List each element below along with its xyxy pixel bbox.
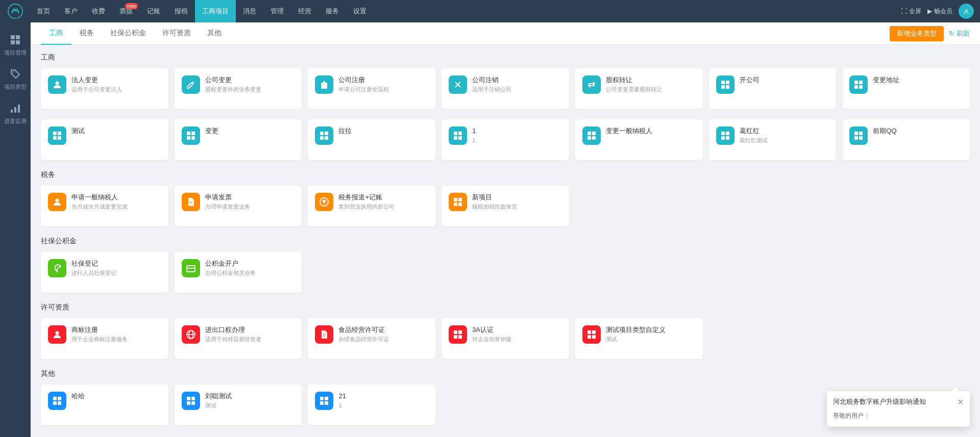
nav-items: 首页客户收费票据new记账报税工商项目消息管理经营服务设置 [30, 0, 901, 22]
svg-rect-25 [58, 136, 61, 140]
card-测试项目类型自定义[interactable]: 测试项目类型自定义测试 [575, 318, 703, 359]
add-business-type-button[interactable]: 新增业务类型 [890, 26, 944, 41]
card-info: 社保登记进行人员社保登记 [71, 259, 161, 277]
nav-item-报税[interactable]: 报税 [167, 0, 195, 22]
card-税务报道+记账[interactable]: 税务报道+记账拿到营业执照的新公司 [308, 186, 435, 226]
card-刘聪测试[interactable]: 刘聪测试测试 [175, 384, 302, 425]
card-3A认证[interactable]: 3A认证对企业信誉评级 [442, 318, 569, 359]
svg-rect-23 [58, 132, 61, 135]
card-header: 葛红红葛红红测试 [716, 126, 829, 145]
card-申请发票[interactable]: 申请发票办理申请发票业务 [175, 186, 302, 226]
card-拉拉[interactable]: 拉拉 [308, 119, 435, 160]
grid-icon [582, 325, 601, 344]
card-desc: 1 [338, 402, 428, 409]
card-header: 公积金开户办理公积金相关业务 [182, 259, 295, 277]
cards-grid: 法人变更适用于公司变更法人公司变更股权变更外的业务变更公司注册申请公司注册全流程… [41, 68, 970, 109]
nav-item-客户[interactable]: 客户 [57, 0, 85, 22]
nav-item-管理[interactable]: 管理 [263, 0, 291, 22]
logo[interactable] [6, 2, 24, 20]
card-21[interactable]: 211 [308, 384, 435, 425]
card-info: 商标注册用于企业商标注册服务 [71, 325, 161, 344]
card-公积金开户[interactable]: 公积金开户办理公积金相关业务 [175, 252, 302, 293]
card-公司注销[interactable]: 公司注销适用于注销公司 [442, 68, 569, 109]
card-公司变更[interactable]: 公司变更股权变更外的业务变更 [175, 68, 302, 109]
card-变更一般纳税人[interactable]: 变更一般纳税人 [575, 119, 703, 160]
svg-rect-20 [854, 85, 858, 89]
svg-rect-75 [58, 397, 61, 400]
globe-icon [182, 325, 200, 344]
sidebar-item-项目类型[interactable]: 项目类型 [0, 62, 31, 96]
nav-item-服务[interactable]: 服务 [318, 0, 346, 22]
grid-icon [582, 126, 601, 145]
card-1[interactable]: 11 [442, 119, 569, 160]
card-公司注册[interactable]: 公司注册申请公司注册全流程 [308, 68, 435, 109]
tab-bar: 工商税务社保公积金许可资质其他 新增业务类型 ↻ 刷新 [31, 22, 980, 45]
refresh-button[interactable]: ↻ 刷新 [949, 29, 970, 38]
card-info: 3A认证对企业信誉评级 [472, 325, 562, 344]
card-新项目[interactable]: 新项目报税加税控盘保管 [442, 186, 569, 226]
cards-grid: 申请一般纳税人当月或次月成变更完成申请发票办理申请发票业务税务报道+记账拿到营业… [41, 186, 970, 226]
card-进出口权办理[interactable]: 进出口权办理适用于对外贸易经营者 [175, 318, 302, 359]
card-股权转让[interactable]: 股权转让公司变更需要股权转让 [575, 68, 703, 109]
refresh-icon: ↻ [949, 30, 954, 37]
cards-grid: 商标注册用于企业商标注册服务进出口权办理适用于对外贸易经营者食品经营许可证办理食… [41, 318, 970, 359]
grid-icon [716, 126, 734, 145]
nav-item-设置[interactable]: 设置 [346, 0, 374, 22]
card-社保登记[interactable]: 社保登记进行人员社保登记 [41, 252, 168, 293]
member-button[interactable]: ▶ 畅会员 [927, 7, 952, 16]
tab-税务[interactable]: 税务 [71, 22, 102, 45]
card-食品经营许可证[interactable]: 食品经营许可证办理食品经营许可证 [308, 318, 435, 359]
svg-rect-45 [726, 136, 729, 140]
card-info: 刘聪测试测试 [205, 392, 295, 410]
card-header: 3A认证对企业信誉评级 [449, 325, 562, 344]
transfer-icon [582, 75, 601, 94]
grid-icon [315, 392, 333, 410]
nav-item-记账[interactable]: 记账 [140, 0, 167, 22]
nav-item-消息[interactable]: 消息 [236, 0, 263, 22]
nav-item-收费[interactable]: 收费 [85, 0, 112, 22]
person-icon [48, 193, 66, 211]
svg-rect-17 [726, 85, 729, 89]
card-name: 法人变更 [71, 75, 161, 85]
svg-rect-71 [592, 330, 596, 334]
card-变更地址[interactable]: 变更地址 [842, 68, 970, 109]
top-navigation: 首页客户收费票据new记账报税工商项目消息管理经营服务设置 ⛶ 全屏 ▶ 畅会员… [0, 0, 980, 22]
fullscreen-button[interactable]: ⛶ 全屏 [901, 7, 921, 16]
card-前期QQ[interactable]: 前期QQ [842, 119, 970, 160]
svg-rect-37 [458, 136, 462, 140]
nav-item-首页[interactable]: 首页 [30, 0, 57, 22]
card-开公司[interactable]: 开公司 [709, 68, 837, 109]
svg-rect-58 [187, 266, 195, 272]
card-法人变更[interactable]: 法人变更适用于公司变更法人 [41, 68, 168, 109]
tab-许可资质[interactable]: 许可资质 [154, 22, 199, 45]
card-info: 新项目报税加税控盘保管 [472, 193, 562, 211]
grid-icon [449, 193, 467, 211]
nav-item-票据[interactable]: 票据new [112, 0, 140, 22]
svg-rect-68 [454, 335, 457, 339]
notification-close-button[interactable]: ✕ [957, 397, 964, 407]
tab-社保公积金[interactable]: 社保公积金 [102, 22, 154, 45]
card-测试[interactable]: 测试 [41, 119, 168, 160]
grid-icon [48, 392, 66, 410]
nav-item-工商项目[interactable]: 工商项目 [195, 0, 236, 22]
avatar[interactable]: A [959, 4, 974, 19]
card-header: 商标注册用于企业商标注册服务 [48, 325, 161, 344]
svg-rect-84 [320, 401, 324, 405]
card-葛红红[interactable]: 葛红红葛红红测试 [709, 119, 837, 160]
card-desc: 葛红红测试 [740, 137, 829, 144]
tab-工商[interactable]: 工商 [41, 22, 71, 45]
sidebar-item-项目管理[interactable]: 项目管理 [0, 28, 31, 62]
svg-rect-67 [458, 330, 462, 334]
nav-item-经营[interactable]: 经营 [291, 0, 318, 22]
card-哈哈[interactable]: 哈哈 [41, 384, 168, 425]
section-title-社保公积金: 社保公积金 [41, 237, 970, 246]
tab-其他[interactable]: 其他 [199, 22, 230, 45]
card-name: 变更地址 [873, 75, 963, 85]
svg-rect-11 [323, 81, 325, 83]
svg-rect-43 [726, 132, 729, 135]
sidebar-item-进度监测[interactable]: 进度监测 [0, 96, 31, 130]
card-申请一般纳税人[interactable]: 申请一般纳税人当月或次月成变更完成 [41, 186, 168, 226]
card-商标注册[interactable]: 商标注册用于企业商标注册服务 [41, 318, 168, 359]
card-name: 公司变更 [205, 75, 295, 85]
card-变更[interactable]: 变更 [175, 119, 302, 160]
